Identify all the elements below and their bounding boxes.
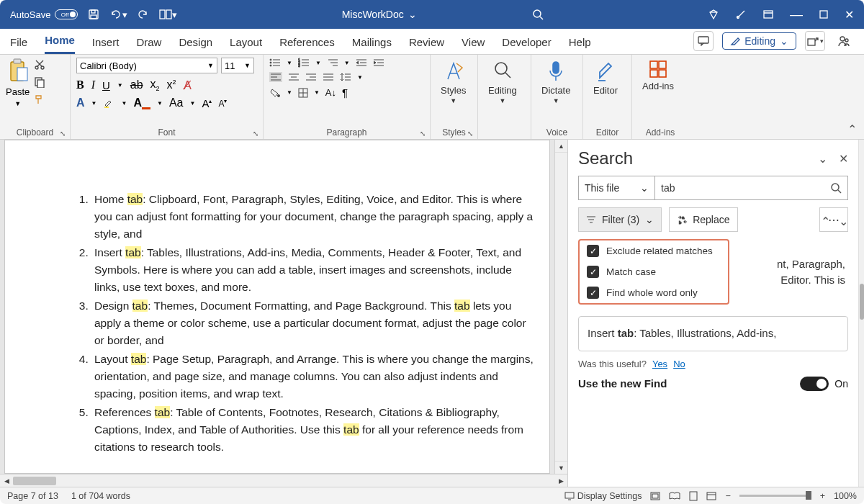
close-pane-icon[interactable]: ✕: [839, 152, 848, 166]
reading-view-icon[interactable]: ▾: [159, 9, 177, 20]
horizontal-scrollbar[interactable]: ◀▶: [0, 474, 567, 487]
match-case-checkbox[interactable]: ✓Match case: [587, 266, 721, 278]
search-scope-select[interactable]: This file⌄: [579, 176, 655, 199]
font-size-select[interactable]: 11▼: [221, 58, 254, 73]
paste-icon[interactable]: [7, 58, 29, 84]
dialog-launcher-icon[interactable]: ⤡: [467, 130, 473, 138]
chevron-down-icon[interactable]: ⌄: [818, 152, 827, 166]
search-input[interactable]: tab: [655, 176, 847, 199]
prev-result-icon[interactable]: ⌃: [821, 215, 830, 228]
align-right-icon[interactable]: [305, 73, 317, 81]
tab-file[interactable]: File: [10, 32, 27, 54]
align-center-icon[interactable]: [288, 73, 300, 81]
tab-insert[interactable]: Insert: [92, 32, 120, 54]
addins-button[interactable]: Add-ins: [638, 58, 678, 93]
decrease-indent-icon[interactable]: [356, 58, 367, 68]
page-indicator[interactable]: Page 7 of 13: [7, 491, 58, 501]
show-marks-icon[interactable]: ¶: [342, 86, 348, 99]
line-spacing-icon[interactable]: [340, 72, 351, 82]
share-button[interactable]: ▾: [805, 31, 825, 51]
multilevel-list-icon[interactable]: [327, 58, 338, 68]
pane-scrollbar[interactable]: [858, 140, 864, 487]
next-result-icon[interactable]: ⌄: [839, 215, 848, 228]
tab-draw[interactable]: Draw: [136, 32, 161, 54]
bold-button[interactable]: B: [76, 78, 84, 91]
autosave-toggle[interactable]: AutoSave Off: [10, 9, 78, 20]
editor-button[interactable]: Editor: [589, 58, 622, 97]
maximize-icon[interactable]: [819, 9, 829, 19]
format-painter-icon[interactable]: [34, 94, 45, 105]
web-layout-icon[interactable]: [706, 492, 716, 500]
zoom-in-icon[interactable]: +: [820, 491, 825, 501]
dialog-launcher-icon[interactable]: ⤡: [60, 130, 66, 138]
tab-home[interactable]: Home: [45, 30, 75, 54]
dictate-button[interactable]: Dictate▼: [537, 58, 575, 106]
increase-indent-icon[interactable]: [373, 58, 384, 68]
align-left-icon[interactable]: [269, 72, 282, 82]
app-window-icon[interactable]: [762, 9, 774, 20]
font-color-icon[interactable]: A: [133, 96, 150, 109]
vertical-scrollbar[interactable]: ▲▼: [554, 140, 567, 474]
feedback-yes[interactable]: Yes: [652, 359, 667, 369]
dialog-launcher-icon[interactable]: ⤡: [253, 130, 258, 138]
tab-view[interactable]: View: [462, 32, 485, 54]
zoom-out-icon[interactable]: −: [725, 491, 730, 501]
justify-icon[interactable]: [323, 73, 334, 81]
focus-view-icon[interactable]: [650, 492, 660, 500]
shading-icon[interactable]: [269, 88, 281, 98]
account-icon[interactable]: [834, 31, 854, 51]
zoom-slider[interactable]: [739, 495, 811, 497]
bullets-icon[interactable]: [269, 58, 281, 68]
collapse-ribbon-icon[interactable]: ⌃: [847, 122, 857, 136]
comments-button[interactable]: [693, 31, 714, 51]
font-name-select[interactable]: Calibri (Body)▼: [76, 58, 217, 73]
tab-review[interactable]: Review: [409, 32, 444, 54]
editing-dropdown[interactable]: Editing▼: [484, 58, 521, 106]
text-effects-icon[interactable]: A: [76, 96, 85, 109]
underline-button[interactable]: U: [102, 79, 110, 91]
tab-developer[interactable]: Developer: [502, 32, 551, 54]
word-count[interactable]: 1 of 704 words: [71, 491, 130, 501]
save-icon[interactable]: [88, 9, 99, 20]
numbering-icon[interactable]: 123: [298, 58, 310, 68]
undo-icon[interactable]: ▾: [109, 9, 127, 20]
cut-icon[interactable]: [34, 59, 45, 71]
brush-icon[interactable]: [735, 9, 747, 20]
sort-icon[interactable]: A↓: [325, 87, 336, 98]
display-settings[interactable]: Display Settings: [564, 491, 642, 501]
tab-design[interactable]: Design: [179, 32, 212, 54]
highlight-icon[interactable]: [103, 97, 114, 109]
change-case-icon[interactable]: Aa: [169, 96, 184, 109]
zoom-level[interactable]: 100%: [834, 491, 857, 501]
exclude-related-checkbox[interactable]: ✓Exclude related matches: [587, 245, 721, 257]
tab-layout[interactable]: Layout: [230, 32, 262, 54]
italic-button[interactable]: I: [91, 78, 95, 91]
shrink-font-icon[interactable]: A▾: [218, 98, 227, 109]
copy-icon[interactable]: [34, 76, 45, 88]
strikethrough-button[interactable]: ab: [130, 78, 143, 91]
whole-word-checkbox[interactable]: ✓Find whole word only: [587, 287, 721, 299]
superscript-button[interactable]: x2: [167, 78, 176, 91]
grow-font-icon[interactable]: A▴: [202, 97, 212, 109]
minimize-icon[interactable]: —: [790, 7, 803, 22]
subscript-button[interactable]: x2: [150, 78, 160, 92]
read-view-icon[interactable]: [669, 492, 680, 500]
diamond-icon[interactable]: [708, 9, 719, 20]
clear-formatting-icon[interactable]: A̸: [184, 78, 192, 92]
redo-icon[interactable]: [138, 9, 149, 20]
tab-references[interactable]: References: [279, 32, 335, 54]
feedback-no[interactable]: No: [673, 359, 685, 369]
tab-mailings[interactable]: Mailings: [352, 32, 392, 54]
document-title[interactable]: MiscWorkDoc⌄: [342, 9, 417, 20]
new-find-toggle[interactable]: [800, 377, 829, 391]
tab-help[interactable]: Help: [569, 32, 591, 54]
print-layout-icon[interactable]: [689, 491, 698, 501]
close-icon[interactable]: ✕: [845, 8, 854, 22]
search-result-item[interactable]: Insert tab: Tables, Illustrations, Add-i…: [578, 316, 848, 351]
search-icon[interactable]: [532, 9, 544, 20]
filter-button[interactable]: Filter (3)⌄: [578, 207, 662, 232]
editing-mode-button[interactable]: Editing⌄: [722, 32, 796, 50]
document-canvas[interactable]: Home tab: Clipboard, Font, Paragraph, St…: [0, 140, 554, 474]
replace-button[interactable]: abReplace: [669, 207, 737, 232]
borders-icon[interactable]: [298, 88, 308, 98]
